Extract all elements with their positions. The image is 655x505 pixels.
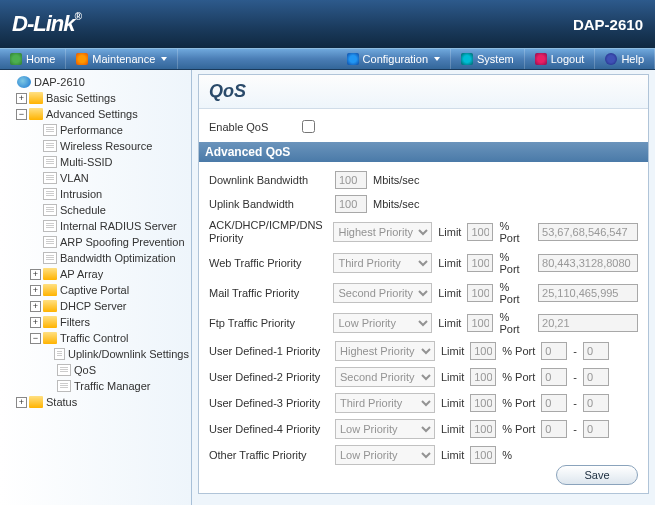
tree-status[interactable]: +Status	[2, 394, 189, 410]
tree-traffic-manager[interactable]: Traffic Manager	[2, 378, 189, 394]
expand-icon[interactable]: +	[30, 301, 41, 312]
page-icon	[43, 124, 57, 136]
ud1-priority-select[interactable]: Highest Priority	[335, 341, 435, 361]
menu-configuration[interactable]: Configuration	[337, 49, 451, 69]
web-limit-input[interactable]	[467, 254, 493, 272]
ud3-priority-select[interactable]: Third Priority	[335, 393, 435, 413]
ud2-port-from[interactable]	[541, 368, 567, 386]
chevron-down-icon	[434, 57, 440, 61]
page-icon	[43, 156, 57, 168]
mail-priority-select[interactable]: Second Priority	[333, 283, 432, 303]
tree-advanced-settings[interactable]: −Advanced Settings	[2, 106, 189, 122]
mail-port-input[interactable]	[538, 284, 638, 302]
other-priority-select[interactable]: Low Priority	[335, 445, 435, 465]
folder-icon	[29, 92, 43, 104]
collapse-icon[interactable]: −	[30, 333, 41, 344]
tree-schedule[interactable]: Schedule	[2, 202, 189, 218]
menu-home[interactable]: Home	[0, 49, 66, 69]
folder-icon	[43, 284, 57, 296]
tree-performance[interactable]: Performance	[2, 122, 189, 138]
page-icon	[43, 220, 57, 232]
dash-label: -	[573, 423, 577, 435]
expand-icon[interactable]: +	[30, 317, 41, 328]
uplink-input[interactable]	[335, 195, 367, 213]
header: D-Link® DAP-2610	[0, 0, 655, 48]
ack-limit-input[interactable]	[467, 223, 493, 241]
web-priority-select[interactable]: Third Priority	[333, 253, 432, 273]
page-icon	[54, 348, 65, 360]
tree-wireless-resource[interactable]: Wireless Resource	[2, 138, 189, 154]
ud1-port-to[interactable]	[583, 342, 609, 360]
uplink-label: Uplink Bandwidth	[209, 198, 329, 210]
menu-help[interactable]: Help	[595, 49, 655, 69]
expand-icon[interactable]: +	[30, 269, 41, 280]
ack-port-input[interactable]	[538, 223, 638, 241]
enable-qos-label: Enable QoS	[209, 121, 268, 133]
port-label: % Port	[502, 423, 535, 435]
ftp-limit-input[interactable]	[467, 314, 493, 332]
tree-captive-portal[interactable]: +Captive Portal	[2, 282, 189, 298]
tree-basic-settings[interactable]: +Basic Settings	[2, 90, 189, 106]
expand-icon[interactable]: +	[16, 397, 27, 408]
expand-icon[interactable]: +	[30, 285, 41, 296]
page-icon	[43, 236, 57, 248]
ud4-priority-select[interactable]: Low Priority	[335, 419, 435, 439]
tree-bandwidth-opt[interactable]: Bandwidth Optimization	[2, 250, 189, 266]
limit-label: Limit	[441, 449, 464, 461]
tree-ap-array[interactable]: +AP Array	[2, 266, 189, 282]
ud1-limit-input[interactable]	[470, 342, 496, 360]
tree-traffic-control[interactable]: −Traffic Control	[2, 330, 189, 346]
ud3-port-from[interactable]	[541, 394, 567, 412]
menu-system[interactable]: System	[451, 49, 525, 69]
ud2-limit-input[interactable]	[470, 368, 496, 386]
home-icon	[10, 53, 22, 65]
tree-internal-radius[interactable]: Internal RADIUS Server	[2, 218, 189, 234]
percent-label: %	[502, 449, 512, 461]
ud1-port-from[interactable]	[541, 342, 567, 360]
menubar: Home Maintenance Configuration System Lo…	[0, 48, 655, 70]
ud2-priority-select[interactable]: Second Priority	[335, 367, 435, 387]
ud4-port-to[interactable]	[583, 420, 609, 438]
ud4-limit-input[interactable]	[470, 420, 496, 438]
web-label: Web Traffic Priority	[209, 257, 327, 269]
tree-dhcp-server[interactable]: +DHCP Server	[2, 298, 189, 314]
tree-vlan[interactable]: VLAN	[2, 170, 189, 186]
ftp-port-input[interactable]	[538, 314, 638, 332]
tree-arp-spoofing[interactable]: ARP Spoofing Prevention	[2, 234, 189, 250]
port-label: % Port	[502, 397, 535, 409]
port-label: % Port	[499, 311, 532, 335]
menu-logout[interactable]: Logout	[525, 49, 596, 69]
folder-icon	[43, 332, 57, 344]
system-icon	[461, 53, 473, 65]
save-button[interactable]: Save	[556, 465, 638, 485]
expand-icon[interactable]: +	[16, 93, 27, 104]
tree-uplink-downlink[interactable]: Uplink/Downlink Settings	[2, 346, 189, 362]
ftp-priority-select[interactable]: Low Priority	[333, 313, 432, 333]
ud1-label: User Defined-1 Priority	[209, 345, 329, 357]
tree-multi-ssid[interactable]: Multi-SSID	[2, 154, 189, 170]
tree-filters[interactable]: +Filters	[2, 314, 189, 330]
downlink-label: Downlink Bandwidth	[209, 174, 329, 186]
tree-intrusion[interactable]: Intrusion	[2, 186, 189, 202]
downlink-input[interactable]	[335, 171, 367, 189]
port-label: % Port	[502, 345, 535, 357]
ud4-port-from[interactable]	[541, 420, 567, 438]
other-limit-input[interactable]	[470, 446, 496, 464]
ud2-port-to[interactable]	[583, 368, 609, 386]
menu-maintenance[interactable]: Maintenance	[66, 49, 178, 69]
tree-qos[interactable]: QoS	[2, 362, 189, 378]
web-port-input[interactable]	[538, 254, 638, 272]
model-label: DAP-2610	[573, 16, 643, 33]
ud3-port-to[interactable]	[583, 394, 609, 412]
ack-priority-select[interactable]: Highest Priority	[333, 222, 432, 242]
tree-root[interactable]: DAP-2610	[2, 74, 189, 90]
folder-icon	[43, 316, 57, 328]
dash-label: -	[573, 345, 577, 357]
enable-qos-checkbox[interactable]	[302, 120, 315, 133]
mail-limit-input[interactable]	[467, 284, 493, 302]
collapse-icon[interactable]: −	[16, 109, 27, 120]
ack-label: ACK/DHCP/ICMP/DNS Priority	[209, 219, 327, 245]
limit-label: Limit	[441, 345, 464, 357]
ud3-limit-input[interactable]	[470, 394, 496, 412]
page-title: QoS	[199, 75, 648, 109]
